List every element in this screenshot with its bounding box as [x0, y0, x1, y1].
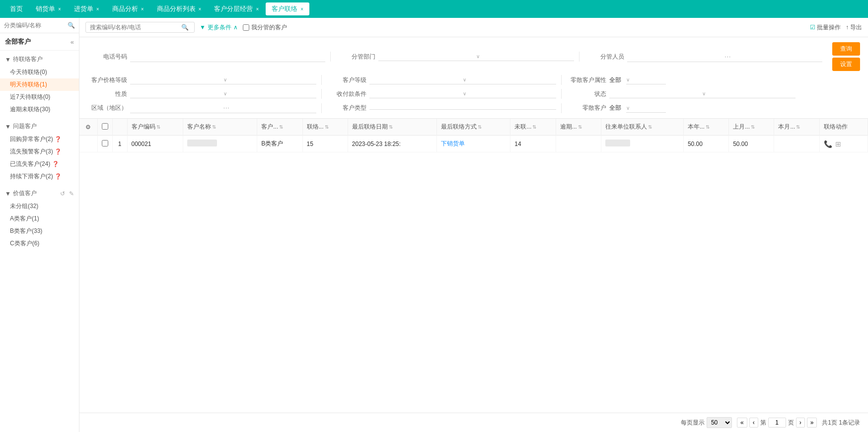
col-index: [112, 119, 127, 136]
last-page-btn[interactable]: »: [807, 418, 817, 428]
col-settings[interactable]: ⚙: [79, 119, 97, 136]
col-last-contact-date[interactable]: 最后联络日期 ⇅: [348, 119, 436, 136]
value-edit-icon[interactable]: ✎: [69, 190, 74, 197]
nav-sales[interactable]: 销货单 ×: [30, 2, 67, 15]
col-code[interactable]: 客户编码 ⇅: [127, 119, 183, 136]
nav-analysis[interactable]: 商品分析 ×: [106, 2, 150, 15]
batch-operation-btn[interactable]: ☑ 批量操作: [810, 23, 841, 32]
filter-retail-attr-select[interactable]: ∨: [626, 75, 666, 84]
filter-status-select[interactable]: ∨: [609, 89, 796, 98]
filter-price-level-select[interactable]: ∨: [130, 75, 316, 84]
filter-nature-select[interactable]: ∨: [130, 89, 316, 98]
sidebar-item-repurchase[interactable]: 回购异常客户(2) ❓: [0, 133, 79, 145]
filter-chevron-icon: ∧: [233, 24, 238, 31]
grid-icon[interactable]: ⊞: [835, 140, 841, 148]
filter-customer-type-label: 客户类型: [327, 104, 366, 112]
sidebar-all-customers[interactable]: 全部客户 «: [0, 33, 79, 51]
sidebar-item-overdue[interactable]: 逾期未联络(30): [0, 103, 79, 116]
sidebar-section-problem-title[interactable]: ▼ 问题客户: [0, 120, 79, 133]
col-last-contact-method[interactable]: 最后联络方式 ⇅: [437, 119, 510, 136]
filter-manager-label: 分管人员: [584, 53, 624, 61]
nav-customer-segment-close[interactable]: ×: [256, 6, 259, 12]
nav-home[interactable]: 首页: [4, 2, 29, 15]
settings-icon[interactable]: ⚙: [85, 124, 91, 131]
filter-retail-attr: 零散客户属性 全部 ∨: [567, 75, 796, 84]
col-overdue-sort-icon: ⇅: [578, 124, 582, 130]
select-all-checkbox[interactable]: [102, 123, 108, 130]
col-action: 联络动作: [819, 119, 868, 136]
sidebar-item-unclassified[interactable]: 未分组(32): [0, 200, 79, 213]
row-checkbox[interactable]: [102, 140, 108, 146]
page-input[interactable]: [768, 418, 786, 428]
filter-manager-select[interactable]: ···: [627, 52, 822, 62]
filter-region-select[interactable]: ···: [130, 103, 316, 113]
filter-more-btn[interactable]: ▼ 更多条件 ∧: [200, 23, 238, 32]
sidebar-item-class-c[interactable]: C类客户(6): [0, 237, 79, 250]
filter-retail-attr-label: 零散客户属性: [567, 76, 606, 84]
nav-customer-segment[interactable]: 客户分层经营 ×: [208, 2, 265, 15]
filter-phone-input[interactable]: [130, 52, 325, 62]
col-this-month[interactable]: 本月... ⇅: [774, 119, 819, 136]
last-contact-method-link[interactable]: 下销货单: [441, 140, 465, 147]
call-icon[interactable]: 📞: [824, 140, 832, 148]
col-contact-person[interactable]: 往来单位联系人 ⇅: [601, 119, 683, 136]
filter-customer-type-select[interactable]: [369, 106, 556, 110]
col-last-month[interactable]: 上月... ⇅: [729, 119, 774, 136]
repurchase-help-icon[interactable]: ❓: [55, 136, 62, 142]
sidebar-item-churned[interactable]: 已流失客户(24) ❓: [0, 158, 79, 170]
sidebar-item-lost[interactable]: 流失预警客户(3) ❓: [0, 145, 79, 158]
filter-phone: 电话号码: [87, 52, 325, 62]
filter-retail-customer-select[interactable]: ∨: [626, 104, 666, 113]
sidebar-search-input[interactable]: [4, 22, 66, 29]
nav-purchase[interactable]: 进货单 ×: [68, 2, 105, 15]
search-input[interactable]: [90, 24, 179, 31]
sidebar-item-class-a[interactable]: A类客户(1): [0, 213, 79, 225]
first-page-btn[interactable]: «: [737, 418, 747, 428]
per-page-select[interactable]: 20 50 100: [707, 417, 732, 428]
export-btn[interactable]: ↑ 导出: [846, 23, 862, 32]
churned-help-icon[interactable]: ❓: [52, 161, 59, 167]
filter-dept-select[interactable]: ∨: [378, 52, 574, 61]
sidebar-item-week[interactable]: 近7天待联络(0): [0, 91, 79, 103]
sidebar-section-value-title[interactable]: ▼ 价值客户 ↺ ✎: [0, 187, 79, 200]
next-page-btn[interactable]: ›: [796, 418, 805, 428]
sidebar-item-tomorrow[interactable]: 明天待联络(1): [0, 78, 79, 91]
nav-purchase-close[interactable]: ×: [96, 6, 99, 12]
nav-analysis-list[interactable]: 商品分析列表 ×: [151, 2, 208, 15]
nav-customer-contact-close[interactable]: ×: [300, 6, 303, 12]
col-type[interactable]: 客户... ⇅: [257, 119, 302, 136]
cell-last-contact-method: 下销货单: [437, 136, 510, 152]
col-contact-sort-icon: ⇅: [325, 124, 329, 130]
setting-button[interactable]: 设置: [832, 58, 860, 71]
prev-page-btn[interactable]: ‹: [749, 418, 758, 428]
filter-payment-select[interactable]: ∨: [369, 89, 556, 98]
col-name[interactable]: 客户名称 ⇅: [183, 119, 257, 136]
my-customers-checkbox[interactable]: [243, 24, 249, 31]
data-table-container: ⚙ 客户编码 ⇅: [79, 119, 868, 413]
sidebar-section-pending-title[interactable]: ▼ 待联络客户: [0, 53, 79, 66]
filter-btn-group: 查询 设置: [832, 42, 860, 71]
nav-analysis-close[interactable]: ×: [141, 6, 144, 12]
col-overdue[interactable]: 逾期... ⇅: [556, 119, 601, 136]
search-input-wrap: 🔍: [85, 22, 195, 33]
nav-customer-contact[interactable]: 客户联络 ×: [266, 2, 309, 15]
declining-help-icon[interactable]: ❓: [55, 173, 62, 179]
col-this-year[interactable]: 本年... ⇅: [683, 119, 728, 136]
nav-sales-close[interactable]: ×: [58, 6, 61, 12]
filter-customer-level-select[interactable]: ∨: [369, 75, 556, 84]
filter-status-chevron-icon: ∨: [702, 91, 796, 96]
sidebar-item-declining[interactable]: 持续下滑客户(2) ❓: [0, 170, 79, 183]
lost-help-icon[interactable]: ❓: [55, 148, 62, 154]
nav-analysis-list-close[interactable]: ×: [199, 6, 202, 12]
filter-dept: 分管部门 ∨: [336, 52, 574, 61]
sidebar-search-icon[interactable]: 🔍: [68, 22, 75, 29]
my-customers-checkbox-label[interactable]: 我分管的客户: [243, 23, 287, 32]
value-refresh-icon[interactable]: ↺: [60, 190, 65, 197]
query-button[interactable]: 查询: [832, 42, 860, 56]
sidebar-item-class-b[interactable]: B类客户(33): [0, 225, 79, 237]
sidebar-item-today[interactable]: 今天待联络(0): [0, 66, 79, 78]
sidebar-collapse-icon[interactable]: «: [71, 38, 74, 46]
col-contact[interactable]: 联络... ⇅: [302, 119, 348, 136]
col-unreached[interactable]: 未联... ⇅: [510, 119, 556, 136]
search-icon[interactable]: 🔍: [181, 24, 189, 31]
